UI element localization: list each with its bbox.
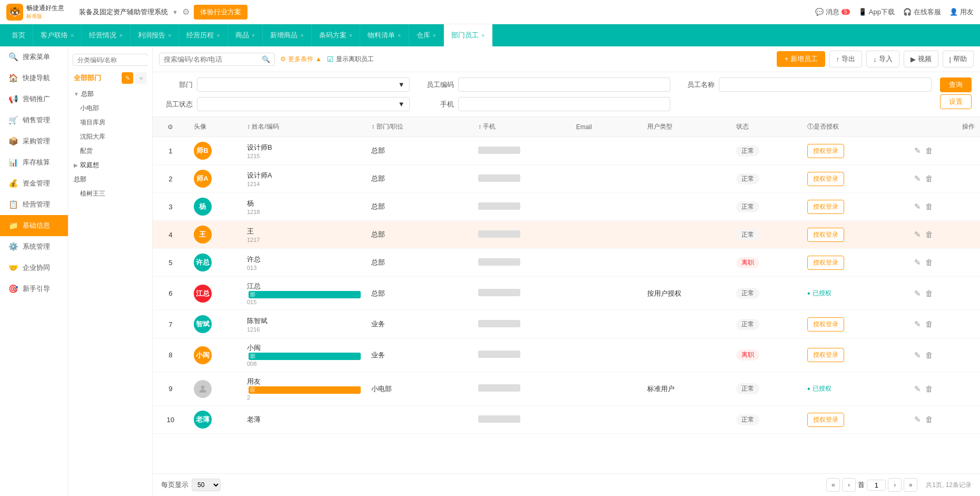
delete-icon[interactable]: 🗑 (925, 230, 933, 239)
user-item[interactable]: 👤 用友 (949, 7, 974, 17)
search-icon-btn[interactable]: 🔍 (262, 55, 270, 63)
sidebar-item-finance[interactable]: 💰 资金管理 (0, 173, 68, 194)
emp-code-input[interactable] (458, 77, 671, 92)
sidebar-item-sales[interactable]: 🛒 销售管理 (0, 110, 68, 131)
per-page-select[interactable]: 50 20 100 (192, 479, 221, 491)
next-page-btn[interactable]: › (888, 478, 902, 492)
edit-icon[interactable]: ✎ (914, 289, 921, 298)
dept-node-general[interactable]: ▼ 总部 (68, 87, 152, 101)
edit-icon[interactable]: ✎ (914, 174, 921, 183)
edit-icon[interactable]: ✎ (914, 202, 921, 211)
edit-icon[interactable]: ✎ (914, 415, 921, 424)
sidebar-item-enterprise[interactable]: 🤝 企业协同 (0, 257, 68, 278)
sidebar-item-purchase[interactable]: 📦 采购管理 (0, 131, 68, 152)
first-page-btn[interactable]: « (826, 478, 840, 492)
delete-icon[interactable]: 🗑 (925, 289, 933, 298)
tab-profit[interactable]: 利润报告 × (131, 24, 179, 46)
message-item[interactable]: 💬 消息 5 (815, 7, 850, 17)
auth-button[interactable]: 授权登录 (807, 348, 844, 362)
tab-home[interactable]: 首页 (4, 24, 33, 46)
system-title-dropdown[interactable]: ▼ (172, 9, 178, 15)
phone-input[interactable] (458, 97, 671, 111)
delete-icon[interactable]: 🗑 (925, 319, 933, 329)
sidebar-item-quicknav[interactable]: 🏠 快捷导航 (0, 67, 68, 89)
search-input[interactable] (164, 55, 259, 63)
sidebar-item-basic-info[interactable]: 📁 基础信息 (0, 215, 68, 236)
tab-customer[interactable]: 客户联络 × (33, 24, 82, 46)
show-resigned-toggle[interactable]: ☑ 显示离职员工 (327, 55, 374, 64)
edit-icon[interactable]: ✎ (914, 351, 921, 360)
auth-button[interactable]: 授权登录 (807, 317, 844, 332)
auth-button[interactable]: 授权登录 (807, 144, 844, 158)
delete-icon[interactable]: 🗑 (925, 202, 933, 211)
import-button[interactable]: ↓ 导入 (866, 51, 899, 67)
sidebar-item-marketing[interactable]: 📢 营销推广 (0, 89, 68, 110)
online-service-item[interactable]: 🎧 在线客服 (903, 7, 941, 17)
close-ops-tab[interactable]: × (119, 32, 122, 38)
prev-page-btn[interactable]: ‹ (842, 478, 856, 492)
dept-node-small-elec[interactable]: 小电部 (68, 101, 152, 115)
close-history-tab[interactable]: × (216, 32, 220, 38)
auth-button[interactable]: 授权登录 (807, 200, 844, 214)
sidebar-item-operations[interactable]: 📋 经营管理 (0, 194, 68, 215)
dept-node-hq[interactable]: 总部 (68, 172, 152, 187)
tab-warehouse[interactable]: 仓库 × (409, 24, 444, 46)
close-profit-tab[interactable]: × (168, 32, 171, 38)
tab-operations[interactable]: 经营情况 × (82, 24, 130, 46)
set-button[interactable]: 设置 (940, 94, 972, 109)
export-button[interactable]: ↑ 导出 (829, 51, 863, 67)
tab-goods[interactable]: 商品 × (228, 24, 263, 46)
close-customer-tab[interactable]: × (71, 32, 74, 38)
delete-icon[interactable]: 🗑 (925, 384, 933, 394)
dept-search-input[interactable] (77, 56, 153, 64)
close-warehouse-tab[interactable]: × (433, 32, 436, 38)
add-employee-button[interactable]: + 新增员工 (777, 51, 825, 67)
page-input[interactable] (867, 480, 886, 491)
delete-icon[interactable]: 🗑 (925, 351, 933, 360)
settings-icon[interactable]: ⚙ (182, 7, 190, 17)
tab-history[interactable]: 经营历程 × (179, 24, 227, 46)
dept-tree-collapse-icon[interactable]: « (135, 72, 147, 84)
sidebar-item-search[interactable]: 🔍 搜索菜单 (0, 46, 68, 67)
dept-node-project-room[interactable]: 项目库房 (68, 115, 152, 130)
th-name[interactable]: ↕ 姓名/编码 (242, 117, 366, 137)
sidebar-item-system[interactable]: ⚙️ 系统管理 (0, 236, 68, 257)
sidebar-item-inventory[interactable]: 📊 库存核算 (0, 152, 68, 173)
tab-bom[interactable]: 物料清单 × (360, 24, 409, 46)
last-page-btn[interactable]: » (904, 478, 917, 492)
edit-icon[interactable]: ✎ (914, 258, 921, 267)
auth-button[interactable]: 授权登录 (807, 413, 844, 427)
help-button[interactable]: | 帮助 (943, 51, 974, 67)
delete-icon[interactable]: 🗑 (925, 146, 933, 155)
edit-icon[interactable]: ✎ (914, 319, 921, 329)
edit-icon[interactable]: ✎ (914, 384, 921, 394)
auth-button[interactable]: 授权登录 (807, 172, 844, 186)
close-bom-tab[interactable]: × (398, 32, 401, 38)
emp-name-input[interactable] (719, 77, 932, 92)
close-addgoods-tab[interactable]: × (300, 32, 303, 38)
dept-tree-edit-icon[interactable]: ✎ (122, 72, 133, 84)
dept-node-plant-king[interactable]: 植树王三 (68, 187, 152, 201)
tab-dept-staff[interactable]: 部门员工 × (444, 24, 492, 46)
sidebar-item-guide[interactable]: 🎯 新手引导 (0, 278, 68, 299)
auth-button[interactable]: 授权登录 (807, 228, 844, 242)
tab-add-goods[interactable]: 新增商品 × (263, 24, 311, 46)
trial-button[interactable]: 体验行业方案 (194, 5, 248, 20)
close-barcode-tab[interactable]: × (349, 32, 352, 38)
tab-barcode[interactable]: 条码方案 × (312, 24, 360, 46)
dept-node-delivery[interactable]: 配货 (68, 144, 152, 158)
edit-icon[interactable]: ✎ (914, 146, 921, 155)
th-dept[interactable]: ↕ 部门/职位 (366, 117, 473, 137)
dept-node-double-dream[interactable]: ▶ 双庭想 (68, 158, 152, 172)
delete-icon[interactable]: 🗑 (925, 258, 933, 267)
app-download-item[interactable]: 📱 App下载 (858, 7, 895, 17)
view-button[interactable]: ▶ 视频 (904, 51, 938, 67)
delete-icon[interactable]: 🗑 (925, 415, 933, 424)
close-deptstaff-tab[interactable]: × (481, 32, 484, 38)
th-phone[interactable]: ↕ 手机 (473, 117, 571, 137)
close-goods-tab[interactable]: × (252, 32, 255, 38)
query-button[interactable]: 查询 (940, 77, 972, 92)
status-select[interactable]: ▼ (197, 97, 410, 111)
more-filter-btn[interactable]: ⚙ 更多条件 ▲ (280, 55, 322, 64)
edit-icon[interactable]: ✎ (914, 230, 921, 239)
